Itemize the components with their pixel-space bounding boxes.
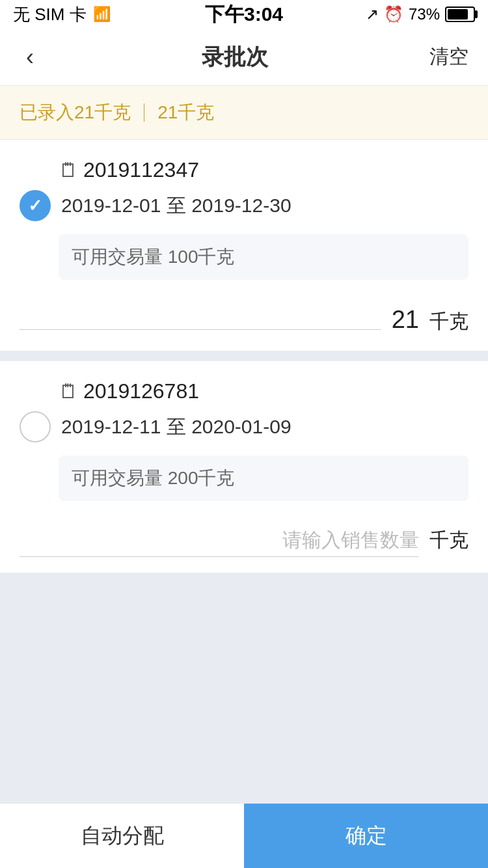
batch-date-text-1: 2019-12-01 至 2019-12-30 <box>61 193 291 219</box>
status-right: ↗ ⏰ 73% <box>366 5 475 23</box>
input-underline-2 <box>20 556 419 557</box>
quantity-value-1: 21 <box>392 306 419 334</box>
total-amount: 21千克 <box>157 100 214 125</box>
battery-icon <box>445 7 475 22</box>
info-banner: 已录入21千克 21千克 <box>0 86 488 140</box>
quantity-input-placeholder[interactable]: 请输入销售数量 <box>282 527 419 554</box>
recorded-amount: 已录入21千克 <box>20 100 131 125</box>
wifi-icon: 📶 <box>93 6 111 23</box>
alarm-icon: ⏰ <box>384 5 403 23</box>
quantity-divider-1 <box>20 329 381 330</box>
batch-id-icon-2: 🗒 <box>59 381 78 403</box>
quantity-unit-1: 千克 <box>429 308 468 335</box>
status-left: 无 SIM 卡 📶 <box>13 3 111 26</box>
clear-button[interactable]: 清空 <box>429 44 468 70</box>
batch-date-row-1[interactable]: 2019-12-01 至 2019-12-30 <box>20 190 468 221</box>
section-divider <box>0 351 488 361</box>
radio-button-2[interactable] <box>20 411 51 442</box>
batch-avail-row-2: 可用交易量 200千克 <box>59 455 468 501</box>
batch-date-row-2[interactable]: 2019-12-11 至 2020-01-09 <box>20 411 468 442</box>
batch-card-2: 🗒 2019126781 2019-12-11 至 2020-01-09 可用交… <box>0 361 488 573</box>
batch-id-row-2: 🗒 2019126781 <box>20 379 468 403</box>
status-bar: 无 SIM 卡 📶 下午3:04 ↗ ⏰ 73% <box>0 0 488 29</box>
page-title: 录批次 <box>202 42 268 72</box>
input-wrapper-2[interactable]: 请输入销售数量 <box>20 527 419 557</box>
auto-assign-button[interactable]: 自动分配 <box>0 804 244 868</box>
batch-item-1: 🗒 2019112347 2019-12-01 至 2019-12-30 可用交… <box>0 140 488 280</box>
batch-id-row-1: 🗒 2019112347 <box>20 158 468 182</box>
quantity-row-1: 21 千克 <box>0 295 488 351</box>
input-row-2: 请输入销售数量 千克 <box>0 517 488 573</box>
batch-id-text-2: 2019126781 <box>83 379 199 403</box>
carrier-text: 无 SIM 卡 <box>13 3 87 26</box>
confirm-button[interactable]: 确定 <box>244 804 488 868</box>
batch-id-text-1: 2019112347 <box>83 158 199 182</box>
input-unit-2: 千克 <box>429 527 468 554</box>
nav-bar: ‹ 录批次 清空 <box>0 29 488 86</box>
batch-avail-row-1: 可用交易量 100千克 <box>59 234 468 280</box>
back-button[interactable]: ‹ <box>20 37 40 77</box>
bottom-buttons: 自动分配 确定 <box>0 803 488 868</box>
batch-date-text-2: 2019-12-11 至 2020-01-09 <box>61 414 291 441</box>
batch-avail-text-2: 可用交易量 200千克 <box>72 468 235 488</box>
status-time: 下午3:04 <box>205 1 283 28</box>
info-divider <box>144 103 144 122</box>
batch-avail-text-1: 可用交易量 100千克 <box>72 247 235 267</box>
batch-id-icon-1: 🗒 <box>59 159 78 182</box>
batch-item-2: 🗒 2019126781 2019-12-11 至 2020-01-09 可用交… <box>0 361 488 501</box>
radio-button-1[interactable] <box>20 190 51 221</box>
battery-percent: 73% <box>409 5 440 23</box>
batch-card-1: 🗒 2019112347 2019-12-01 至 2019-12-30 可用交… <box>0 140 488 351</box>
location-icon: ↗ <box>366 5 379 23</box>
